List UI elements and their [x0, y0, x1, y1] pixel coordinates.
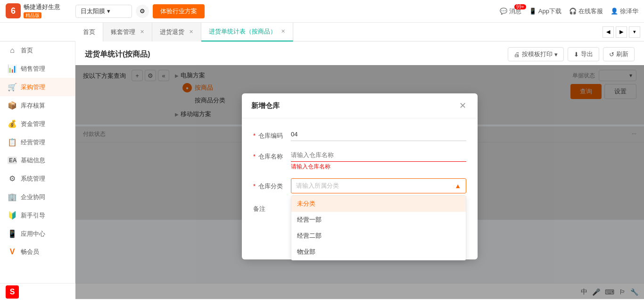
tab-home[interactable]: 首页 [75, 23, 103, 42]
messages-button[interactable]: 💬 消息 99+ [500, 7, 521, 16]
sidebar-item-finance[interactable]: 💰 资金管理 [0, 115, 75, 133]
print-label: 按模板打印 [522, 50, 553, 58]
code-input[interactable] [291, 128, 466, 141]
category-label-text: 仓库分类 [258, 183, 283, 190]
sidebar-item-guide[interactable]: 🔰 新手引导 [0, 206, 75, 225]
category-select[interactable]: 请输入所属分类 ▲ [291, 178, 466, 193]
tab-accounts[interactable]: 账套管理 ✕ [103, 23, 152, 42]
dropdown-option-ops1[interactable]: 经营一部 [291, 212, 466, 228]
filter-table-area: 按以下方案查询 + ⚙ « ▶ 电脑方案 ● [75, 65, 644, 299]
name-error-msg: 请输入仓库名称 [291, 163, 466, 171]
sidebar-item-member[interactable]: V 畅会员 [0, 243, 75, 261]
sidebar-item-inventory[interactable]: 📦 库存核算 [0, 96, 75, 115]
user-menu[interactable]: 👤 徐泽华 [611, 7, 638, 16]
enterprise-icon: 🏢 [8, 192, 17, 201]
online-service-button[interactable]: 🎧 在线客服 [569, 7, 603, 16]
sidebar-item-system[interactable]: ⚙ 系统管理 [0, 169, 75, 188]
category-placeholder: 请输入所属分类 [296, 182, 339, 190]
store-name: 日太阳膜 [81, 7, 105, 16]
bottom-s-logo: S [6, 285, 19, 299]
sidebar-item-basics[interactable]: EA 基础信息 [0, 151, 75, 169]
dropdown-option-uncategorized[interactable]: 未分类 [291, 196, 466, 212]
sidebar-label-guide: 新手引导 [21, 211, 45, 220]
tab-bar: 首页 账套管理 ✕ 进货退货 ✕ 进货单统计表（按商品） ✕ ◀ ▶ ▾ [0, 23, 644, 42]
tab-menu-button[interactable]: ▾ [629, 26, 640, 38]
sidebar-label-home: 首页 [21, 46, 33, 55]
dropdown-option-property[interactable]: 物业部 [291, 244, 466, 260]
tab-returns[interactable]: 进货退货 ✕ [152, 23, 201, 42]
message-icon: 💬 [500, 8, 507, 15]
modal-overlay: 新增仓库 ✕ * 仓库编码 [75, 65, 644, 299]
dropdown-option-ops2[interactable]: 经营二部 [291, 228, 466, 244]
sidebar-item-operations[interactable]: 📋 经营管理 [0, 133, 75, 151]
purchase-stat-tab-close[interactable]: ✕ [281, 28, 285, 34]
store-chevron-icon: ▾ [107, 8, 110, 15]
app-download-button[interactable]: 📱 App下载 [529, 7, 561, 16]
code-label: * 仓库编码 [253, 128, 291, 140]
sidebar-label-member: 畅会员 [21, 248, 39, 256]
notes-label: 备注 [253, 201, 291, 213]
sidebar-item-sales[interactable]: 📊 销售管理 [0, 59, 75, 78]
sidebar-label-operations: 经营管理 [21, 138, 45, 147]
notes-label-text: 备注 [253, 205, 265, 212]
tab-purchase-stat[interactable]: 进货单统计表（按商品） ✕ [201, 23, 293, 42]
app-badge: 精品版 [24, 12, 41, 18]
form-row-name: * 仓库名称 请输入仓库名称 [253, 149, 466, 171]
name-label-text: 仓库名称 [258, 153, 283, 160]
name-label: * 仓库名称 [253, 149, 291, 161]
home-tab-label: 首页 [83, 28, 95, 36]
sidebar: ⌂ 首页 📊 销售管理 🛒 采购管理 📦 库存核算 💰 资金管理 📋 经营管理 … [0, 42, 75, 300]
print-icon: 🖨 [514, 51, 520, 58]
page-header: 进货单统计(按商品) 🖨 按模板打印 ▾ ⬇ 导出 ↺ 刷新 [75, 42, 644, 65]
download-icon: 📱 [529, 8, 537, 15]
page-title: 进货单统计(按商品) [85, 50, 150, 59]
print-button[interactable]: 🖨 按模板打印 ▾ [508, 47, 564, 61]
tab-next-button[interactable]: ▶ [616, 26, 627, 38]
basics-icon: EA [8, 157, 17, 164]
returns-tab-close[interactable]: ✕ [189, 29, 193, 35]
sidebar-item-purchase[interactable]: 🛒 采购管理 [0, 78, 75, 96]
trial-button[interactable]: 体验行业方案 [153, 4, 205, 18]
sidebar-item-apps[interactable]: 📱 应用中心 [0, 225, 75, 243]
export-button[interactable]: ⬇ 导出 [568, 47, 599, 61]
sidebar-label-basics: 基础信息 [21, 156, 45, 165]
required-mark-cat: * [253, 183, 256, 190]
sidebar-item-enterprise[interactable]: 🏢 企业协同 [0, 188, 75, 206]
top-navbar: 6 畅捷通好生意 精品版 日太阳膜 ▾ ⚙ 体验行业方案 💬 消息 99+ 📱 … [0, 0, 644, 23]
refresh-button[interactable]: ↺ 刷新 [603, 47, 635, 61]
finance-icon: 💰 [8, 119, 17, 128]
store-selector[interactable]: 日太阳膜 ▾ [75, 5, 132, 18]
modal-header: 新增仓库 ✕ [242, 93, 478, 118]
sidebar-label-enterprise: 企业协同 [21, 193, 45, 201]
user-avatar: 👤 [611, 8, 618, 15]
purchase-stat-tab-label: 进货单统计表（按商品） [209, 27, 276, 36]
select-up-arrow-icon: ▲ [454, 182, 461, 190]
required-mark-name: * [253, 153, 256, 160]
accounts-tab-label: 账套管理 [111, 28, 135, 36]
category-field: 请输入所属分类 ▲ 未分类 经营一部 经营二部 物业部 [291, 178, 466, 193]
inventory-icon: 📦 [8, 101, 17, 110]
required-mark-code: * [253, 132, 256, 139]
name-field: 请输入仓库名称 [291, 149, 466, 171]
code-field [291, 128, 466, 141]
sidebar-item-home[interactable]: ⌂ 首页 [0, 42, 75, 59]
home-icon: ⌂ [8, 46, 17, 55]
modal-body: * 仓库编码 * 仓库名称 [242, 118, 478, 231]
app-download-label: App下载 [538, 7, 561, 16]
nav-icons: 💬 消息 99+ 📱 App下载 🎧 在线客服 👤 徐泽华 [500, 7, 638, 16]
accounts-tab-close[interactable]: ✕ [140, 29, 144, 35]
purchase-icon: 🛒 [8, 83, 17, 92]
sidebar-label-sales: 销售管理 [21, 65, 45, 73]
name-input[interactable] [291, 149, 466, 162]
modal-title: 新增仓库 [251, 101, 280, 110]
main-layout: ⌂ 首页 📊 销售管理 🛒 采购管理 📦 库存核算 💰 资金管理 📋 经营管理 … [0, 42, 644, 300]
tab-prev-button[interactable]: ◀ [603, 26, 614, 38]
modal-close-button[interactable]: ✕ [457, 100, 468, 111]
settings-icon[interactable]: ⚙ [136, 5, 149, 18]
system-icon: ⚙ [8, 174, 17, 183]
export-label: 导出 [581, 50, 593, 58]
bottom-logo: S [6, 285, 19, 299]
category-label: * 仓库分类 [253, 178, 291, 191]
sidebar-label-system: 系统管理 [21, 175, 45, 183]
category-dropdown: 未分类 经营一部 经营二部 物业部 [291, 195, 466, 260]
